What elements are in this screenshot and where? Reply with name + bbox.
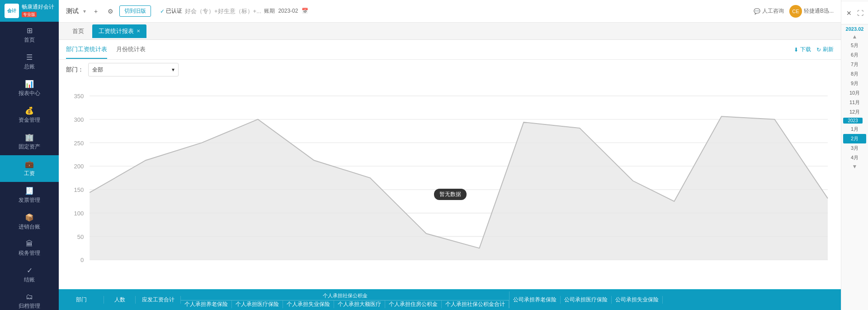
sidebar-nav: ⊞ 首页 ☰ 总账 📊 报表中心 💰 资金管理 🏢 固定资产 💼 工资 🧾 发票… <box>0 22 59 310</box>
reports-icon: 📊 <box>25 80 34 88</box>
ledger-icon: ☰ <box>26 53 33 62</box>
tab-close-btn[interactable]: ✕ <box>137 29 140 33</box>
invoice-icon: 🧾 <box>25 186 34 195</box>
download-btn[interactable]: ⬇ 下载 <box>794 46 811 53</box>
svg-text:250: 250 <box>74 140 84 147</box>
content-area: 部门工资统计表 月份统计表 ⬇ 下载 ↻ 刷新 部门： 全部 ▾ <box>59 40 841 310</box>
sidebar-item-sales[interactable]: 📦 进销台账 <box>0 209 59 235</box>
right-panel-month-11[interactable]: 11月 <box>843 98 866 107</box>
sidebar-logo: 会计 畅康通好会计 专业版 <box>0 0 59 22</box>
dept-select[interactable]: 全部 ▾ <box>88 63 179 76</box>
footer-unemployment-company: 公司承担失业保险 <box>612 296 663 304</box>
sidebar: 会计 畅康通好会计 专业版 ⊞ 首页 ☰ 总账 📊 报表中心 💰 资金管理 🏢 … <box>0 0 59 310</box>
svg-text:350: 350 <box>74 93 84 100</box>
tag-certified: ✓已认证 <box>160 7 182 15</box>
right-panel-month-2[interactable]: 2月 <box>843 134 866 143</box>
dept-filter-label: 部门： <box>66 66 84 74</box>
right-panel-month-3[interactable]: 3月 <box>843 143 866 153</box>
user-profile[interactable]: CE 轻捷通B迅... <box>789 5 834 18</box>
subtab-monthly[interactable]: 月份统计表 <box>116 41 146 59</box>
home-icon: ⊞ <box>27 26 33 35</box>
svg-text:150: 150 <box>74 186 84 193</box>
right-panel-month-4[interactable]: 4月 <box>843 153 866 162</box>
footer-medical-company: 公司承担医疗保险 <box>561 296 612 304</box>
right-panel-year-display: 2023.02 <box>843 25 866 33</box>
right-panel-down-btn[interactable]: ▼ <box>843 162 866 171</box>
sidebar-item-invoice[interactable]: 🧾 发票管理 <box>0 182 59 209</box>
sidebar-item-ledger[interactable]: ☰ 总账 <box>0 48 59 75</box>
right-panel-month-7[interactable]: 7月 <box>843 60 866 69</box>
right-panel-month-6[interactable]: 6月 <box>843 50 866 60</box>
right-panel-content: 2023.02 ▲ 5月 6月 7月 8月 9月 10月 11月 12月 202… <box>841 24 868 172</box>
subtab-actions: ⬇ 下载 ↻ 刷新 <box>794 46 834 53</box>
download-icon: ⬇ <box>794 47 798 53</box>
topbar-add-btn[interactable]: + <box>90 6 101 17</box>
topbar-dropdown-arrow[interactable]: ▾ <box>83 8 86 14</box>
footer-total-col: 应发工资合计 <box>136 296 181 304</box>
switch-old-version-btn[interactable]: 切到旧版 <box>119 5 151 17</box>
svg-text:200: 200 <box>74 163 84 170</box>
sidebar-item-archive[interactable]: 🗂 归档管理 <box>0 288 59 310</box>
sidebar-item-salary[interactable]: 💼 工资 <box>0 155 59 182</box>
archive-icon: 🗂 <box>26 293 33 301</box>
tax-icon: 🏛 <box>26 240 33 248</box>
salary-icon: 💼 <box>25 160 34 168</box>
table-footer: 部门 人数 应发工资合计 个人承担社保公积金 个人承担养老保险 个人承担医疗保险 <box>59 289 841 310</box>
topbar-settings-btn[interactable]: ⚙ <box>105 6 116 17</box>
svg-text:300: 300 <box>74 116 84 123</box>
assets-icon: 🏢 <box>25 133 34 142</box>
closing-icon: ✓ <box>27 266 33 275</box>
sidebar-item-home[interactable]: ⊞ 首页 <box>0 22 59 48</box>
tabbar: 首页 工资统计报表 ✕ <box>59 23 841 40</box>
tab-home[interactable]: 首页 <box>66 24 90 38</box>
right-panel-month-9[interactable]: 9月 <box>843 79 866 88</box>
calendar-icon[interactable]: 📅 <box>302 8 308 14</box>
right-panel-close-btn[interactable]: ✕ <box>844 8 854 18</box>
right-panel: ✕ ⛶ 2023.02 ▲ 5月 6月 7月 8月 9月 10月 11月 12月… <box>841 0 868 310</box>
footer-major-medical-personal: 个人承担大额医疗 <box>334 300 385 308</box>
topbar-tags: ✓已认证 好会（专）+好生意（标）+... 账期 2023-02 📅 <box>160 7 308 15</box>
right-panel-year-2023: 2023 <box>843 118 863 124</box>
avatar: CE <box>789 5 802 18</box>
main-area: 测试 ▾ + ⚙ 切到旧版 ✓已认证 好会（专）+好生意（标）+... 账期 2… <box>59 0 841 310</box>
refresh-btn[interactable]: ↻ 刷新 <box>816 46 834 53</box>
footer-total-personal: 个人承担社保公积金合计 <box>442 300 509 308</box>
svg-text:50: 50 <box>77 234 84 240</box>
footer-count-col: 人数 <box>104 296 136 304</box>
right-panel-month-12[interactable]: 12月 <box>843 107 866 117</box>
tab-salary-report[interactable]: 工资统计报表 ✕ <box>92 24 146 38</box>
topbar-title: 测试 <box>66 7 79 15</box>
footer-group-label: 个人承担社保公积金 <box>181 291 509 300</box>
sidebar-item-tax[interactable]: 🏛 税务管理 <box>0 235 59 262</box>
consult-icon: 💬 <box>754 8 760 14</box>
sidebar-item-funds[interactable]: 💰 资金管理 <box>0 102 59 129</box>
right-panel-maximize-btn[interactable]: ⛶ <box>856 8 866 18</box>
footer-dept-col: 部门 <box>59 296 104 304</box>
right-panel-month-8[interactable]: 8月 <box>843 69 866 79</box>
right-panel-month-5[interactable]: 5月 <box>843 41 866 50</box>
logo-icon: 会计 <box>5 4 19 18</box>
right-panel-header: ✕ ⛶ <box>841 2 868 24</box>
filter-bar: 部门： 全部 ▾ <box>59 60 841 80</box>
right-panel-month-1[interactable]: 1月 <box>843 124 866 134</box>
footer-pension-personal: 个人承担养老保险 <box>181 300 232 308</box>
footer-medical-personal: 个人承担医疗保险 <box>232 300 283 308</box>
subtab-dept[interactable]: 部门工资统计表 <box>66 41 107 59</box>
footer-personal-group: 个人承担社保公积金 个人承担养老保险 个人承担医疗保险 个人承担失业保险 个人承… <box>181 291 509 308</box>
topbar-actions: + ⚙ 切到旧版 <box>90 5 151 17</box>
footer-unemployment-personal: 个人承担失业保险 <box>283 300 334 308</box>
sidebar-item-closing[interactable]: ✓ 结账 <box>0 262 59 288</box>
salary-chart: 350 300 250 200 150 100 50 0 <box>66 84 834 289</box>
topbar-right: 💬 人工咨询 CE 轻捷通B迅... <box>754 5 834 18</box>
footer-housing-personal: 个人承担住房公积金 <box>385 300 442 308</box>
topbar: 测试 ▾ + ⚙ 切到旧版 ✓已认证 好会（专）+好生意（标）+... 账期 2… <box>59 0 841 23</box>
logo-text: 畅康通好会计 专业版 <box>22 4 54 18</box>
consult-btn[interactable]: 💬 人工咨询 <box>754 7 784 15</box>
right-panel-up-btn[interactable]: ▲ <box>843 33 866 41</box>
sidebar-item-assets[interactable]: 🏢 固定资产 <box>0 129 59 155</box>
right-panel-month-10[interactable]: 10月 <box>843 88 866 98</box>
refresh-icon: ↻ <box>816 47 821 53</box>
svg-text:0: 0 <box>80 257 84 264</box>
subtab-bar: 部门工资统计表 月份统计表 ⬇ 下载 ↻ 刷新 <box>59 40 841 60</box>
sidebar-item-reports[interactable]: 📊 报表中心 <box>0 75 59 102</box>
